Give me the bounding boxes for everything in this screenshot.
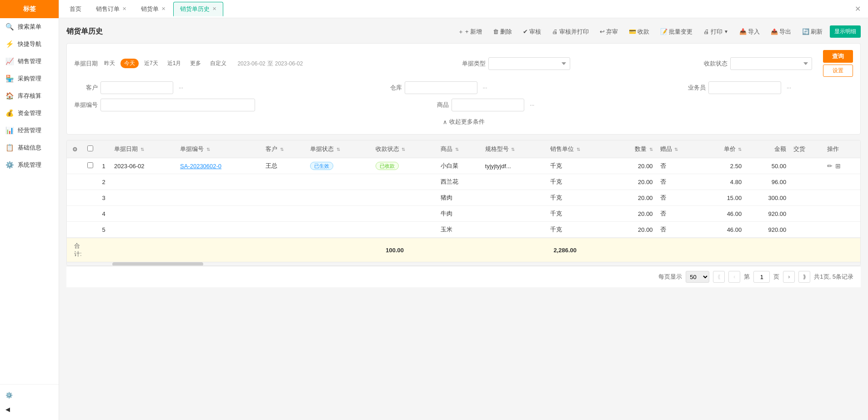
- horizontal-scrollbar[interactable]: [67, 262, 860, 265]
- sidebar-item-purchase-mgmt[interactable]: 🏪 采购管理: [0, 70, 59, 87]
- collectstatus-sort-icon[interactable]: ⇅: [401, 147, 405, 152]
- collectstatus-column-header[interactable]: 收款状态 ⇅: [372, 140, 437, 158]
- goods-column-header[interactable]: 商品 ⇅: [437, 140, 482, 158]
- import-button[interactable]: 📥 导入: [736, 26, 763, 38]
- tab-sales-order[interactable]: 销售订单 ✕: [89, 2, 133, 16]
- goods-sort-icon[interactable]: ⇅: [455, 147, 459, 152]
- tab-sales-history-close[interactable]: ✕: [212, 6, 216, 12]
- goods-input[interactable]: [452, 99, 524, 111]
- scrollbar-thumb[interactable]: [112, 262, 203, 266]
- sidebar-item-system-mgmt[interactable]: ⚙️ 系统管理: [0, 156, 59, 174]
- checkbox-cell[interactable]: [83, 158, 97, 174]
- unitprice-column-header[interactable]: 单价 ⇅: [701, 140, 745, 158]
- gift-sort-icon[interactable]: ⇅: [674, 147, 678, 152]
- spec-sort-icon[interactable]: ⇅: [511, 147, 515, 152]
- date-pill-yesterday[interactable]: 昨天: [100, 59, 119, 68]
- tab-sales-history[interactable]: 销货单历史 ✕: [173, 2, 223, 16]
- discard-button[interactable]: ↩ 弃审: [596, 26, 622, 38]
- qty-column-header[interactable]: 数量 ⇅: [612, 140, 657, 158]
- tab-sales-order-close[interactable]: ✕: [122, 6, 126, 12]
- docno-cell: [176, 222, 262, 238]
- tab-sales-delivery-close[interactable]: ✕: [161, 6, 166, 12]
- docstatus-sort-icon[interactable]: ⇅: [336, 147, 340, 152]
- docno-column-header[interactable]: 单据编号 ⇅: [176, 140, 262, 158]
- sidebar-item-sales-mgmt[interactable]: 📈 销售管理: [0, 53, 59, 70]
- date-pill-more[interactable]: 更多: [186, 59, 205, 68]
- doc-type-select[interactable]: [488, 57, 570, 70]
- salesman-more-icon[interactable]: ···: [787, 85, 791, 91]
- docdate-column-header[interactable]: 单据日期 ⇅: [110, 140, 176, 158]
- delete-button[interactable]: 🗑 删除: [489, 26, 516, 38]
- sidebar-item-operations[interactable]: 📊 经营管理: [0, 122, 59, 139]
- collapse-filter-btn[interactable]: ∧ 收起更多条件: [74, 116, 853, 128]
- copy-icon[interactable]: ⊞: [835, 162, 841, 170]
- docno-link[interactable]: SA-20230602-0: [180, 163, 221, 170]
- audit-print-button[interactable]: 🖨 审核并打印: [548, 26, 592, 38]
- unitprice-cell: 2.50: [701, 158, 745, 174]
- display-detail-button[interactable]: 显示明细: [830, 25, 861, 38]
- collect-button[interactable]: 💳 收款: [625, 26, 653, 38]
- page-number-input[interactable]: [753, 271, 770, 283]
- goods-more-icon[interactable]: ···: [530, 102, 534, 108]
- select-all-checkbox[interactable]: [87, 145, 93, 151]
- warehouse-more-icon[interactable]: ···: [483, 85, 487, 91]
- customer-sort-icon[interactable]: ⇅: [280, 147, 284, 152]
- goods-cell: 猪肉: [437, 190, 482, 206]
- spec-column-header[interactable]: 规格型号 ⇅: [482, 140, 547, 158]
- gift-column-header[interactable]: 赠品 ⇅: [657, 140, 701, 158]
- salesman-input[interactable]: [708, 81, 781, 94]
- tab-sales-delivery[interactable]: 销货单 ✕: [134, 2, 172, 16]
- new-button[interactable]: ＋ + 新增: [454, 26, 486, 38]
- page-prefix: 第: [744, 273, 750, 281]
- checkbox-cell[interactable]: [83, 190, 97, 206]
- edit-icon[interactable]: ✏: [827, 162, 833, 170]
- qty-sort-icon[interactable]: ⇅: [649, 147, 653, 152]
- checkbox-cell[interactable]: [83, 174, 97, 190]
- sidebar-settings-btn[interactable]: ⚙️: [0, 388, 59, 402]
- checkbox-cell[interactable]: [83, 222, 97, 238]
- warehouse-input[interactable]: [405, 81, 477, 94]
- next-page-btn[interactable]: ›: [783, 271, 795, 283]
- chart-icon: 📈: [5, 57, 14, 65]
- docno-sort-icon[interactable]: ⇅: [206, 147, 210, 152]
- customer-column-header[interactable]: 客户 ⇅: [262, 140, 306, 158]
- sidebar-item-basic-info[interactable]: 📋 基础信息: [0, 139, 59, 156]
- setting-button[interactable]: 设置: [823, 65, 853, 77]
- last-page-btn[interactable]: ⟫: [798, 271, 810, 283]
- per-page-select[interactable]: 50 100 200: [686, 271, 709, 283]
- sidebar-collapse-btn[interactable]: ◀: [0, 402, 59, 416]
- print-button[interactable]: 🖨 打印 ▼: [700, 26, 732, 38]
- batch-change-button[interactable]: 📝 批量变更: [657, 26, 696, 38]
- docno-input[interactable]: [100, 99, 255, 111]
- settings-column-header[interactable]: ⚙: [67, 140, 83, 158]
- unit-column-header[interactable]: 销售单位 ⇅: [547, 140, 612, 158]
- date-pill-today[interactable]: 今天: [120, 59, 139, 68]
- sidebar-item-inventory[interactable]: 🏠 库存核算: [0, 87, 59, 105]
- refresh-button[interactable]: 🔄 刷新: [798, 26, 826, 38]
- docdate-sort-icon[interactable]: ⇅: [140, 147, 144, 152]
- date-pill-1month[interactable]: 近1月: [164, 59, 185, 68]
- sidebar-item-finance[interactable]: 💰 资金管理: [0, 105, 59, 122]
- gift-cell: 否: [657, 158, 701, 174]
- sidebar-item-quick-nav[interactable]: ⚡ 快捷导航: [0, 35, 59, 53]
- unit-sort-icon[interactable]: ⇅: [577, 147, 580, 152]
- export-button[interactable]: 📤 导出: [767, 26, 795, 38]
- checkbox-cell[interactable]: [83, 206, 97, 222]
- tab-home[interactable]: 首页: [63, 2, 88, 16]
- collect-status-select[interactable]: [730, 57, 812, 70]
- prev-page-btn[interactable]: ‹: [728, 271, 740, 283]
- customer-more-icon[interactable]: ···: [179, 85, 183, 91]
- audit-button[interactable]: ✔ 审核: [519, 26, 545, 38]
- close-all-tabs-btn[interactable]: ✕: [851, 5, 864, 13]
- unitprice-sort-icon[interactable]: ⇅: [738, 147, 742, 152]
- docstatus-column-header[interactable]: 单据状态 ⇅: [306, 140, 372, 158]
- first-page-btn[interactable]: ⟪: [713, 271, 725, 283]
- gift-cell: 否: [657, 190, 701, 206]
- audit-icon: ✔: [523, 28, 528, 35]
- row-checkbox[interactable]: [87, 162, 93, 168]
- date-pill-custom[interactable]: 自定义: [206, 59, 230, 68]
- sidebar-item-search-menu[interactable]: 🔍 搜索菜单: [0, 18, 59, 35]
- date-pill-7days[interactable]: 近7天: [140, 59, 162, 68]
- query-button[interactable]: 查询: [823, 50, 853, 63]
- customer-input[interactable]: [100, 81, 173, 94]
